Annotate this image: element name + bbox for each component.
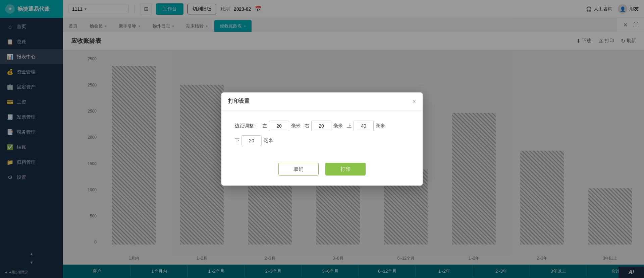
bottom-direction-label: 下 [235, 138, 239, 144]
modal-title: 打印设置 [228, 98, 250, 105]
margin-right-input[interactable] [311, 121, 331, 131]
margin-bottom-input[interactable] [241, 135, 262, 146]
margin-left-group: 左 毫米 [262, 121, 301, 131]
modal-close-button[interactable]: × [412, 98, 416, 105]
confirm-print-button[interactable]: 打印 [325, 163, 366, 176]
margin-left-input[interactable] [269, 121, 289, 131]
bottom-unit-label: 毫米 [264, 138, 273, 144]
left-unit-label: 毫米 [291, 123, 301, 129]
right-direction-label: 右 [305, 123, 309, 129]
modal-body: 边距调整： 左 毫米 右 毫米 上 毫米 下 [221, 111, 423, 156]
modal-header: 打印设置 × [221, 92, 423, 111]
cancel-button[interactable]: 取消 [278, 163, 319, 176]
margin-bottom-group: 下 毫米 [235, 135, 273, 146]
margin-right-group: 右 毫米 [305, 121, 343, 131]
modal-footer: 取消 打印 [221, 156, 423, 186]
left-direction-label: 左 [262, 123, 267, 129]
margin-top-input[interactable] [354, 121, 374, 131]
margin-row: 边距调整： 左 毫米 右 毫米 上 毫米 下 [235, 121, 409, 146]
margin-top-group: 上 毫米 [347, 121, 385, 131]
top-unit-label: 毫米 [376, 123, 385, 129]
top-direction-label: 上 [347, 123, 352, 129]
right-unit-label: 毫米 [333, 123, 343, 129]
modal-overlay[interactable]: 打印设置 × 边距调整： 左 毫米 右 毫米 上 毫米 [0, 0, 644, 278]
print-settings-modal: 打印设置 × 边距调整： 左 毫米 右 毫米 上 毫米 [221, 92, 423, 186]
margin-label: 边距调整： [235, 123, 258, 129]
